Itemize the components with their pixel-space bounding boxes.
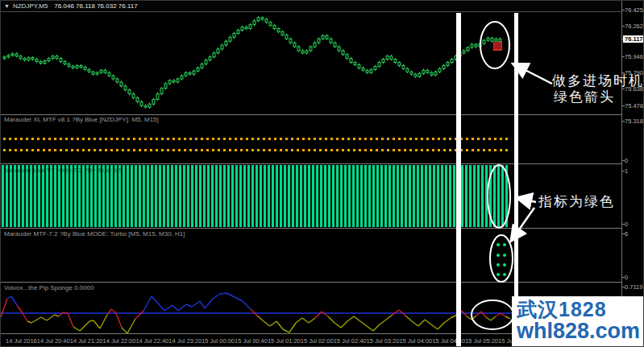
chart-title-bar[interactable]: ▼NZDJPY,M576.046 76.118 76.032 76.117	[1, 1, 621, 12]
chevron-down-icon[interactable]: ▼	[4, 3, 10, 9]
time-axis-label: 15 Jul 02:40	[334, 337, 367, 347]
mtf-green-dot	[497, 254, 500, 257]
time-axis-label: 14 Jul 23:20	[168, 337, 202, 347]
price-scale[interactable]: 76.42576.26275.94675.79075.63875.47875.3…	[621, 1, 644, 347]
mtf-green-dot	[497, 273, 500, 276]
marauder-histo-panel[interactable]	[1, 165, 509, 227]
mtf-green-dot	[503, 254, 506, 257]
oscillator-signal-ellipse	[472, 300, 513, 329]
price-scale-label: 0	[625, 274, 628, 281]
price-scale-label: 75.946	[625, 53, 643, 60]
time-axis-label: 14 Jul 20:40	[37, 337, 70, 347]
arrow-to-entry-ellipse	[514, 64, 552, 84]
price-chart-panel[interactable]	[1, 12, 621, 114]
vertical-line-right[interactable]	[514, 13, 518, 296]
mtf-green-dot	[497, 243, 500, 246]
marauder-xl-panel[interactable]	[1, 123, 621, 163]
price-scale-label: 76.425	[625, 6, 643, 14]
price-scale-label: 76.262	[625, 23, 643, 30]
indicator-label-histo: Marauder Live V7 Histo 7.2 ?By Blue: M5	[4, 167, 123, 174]
gold-dot-row-m5	[2, 137, 509, 141]
time-axis-label: 15 Jul 03:20	[367, 337, 400, 347]
price-scale-label: 0.7119	[625, 283, 642, 291]
price-scale-label: 75.478	[625, 102, 643, 109]
watermark-box: 武汉1828 whl828.com	[512, 296, 644, 347]
time-axis-label: 15 Jul 01:20	[268, 337, 301, 347]
time-axis-label: 15 Jul 04:00	[399, 337, 432, 347]
watermark-url: whl828.com	[517, 320, 644, 342]
current-price-label: 76.117	[623, 35, 644, 43]
indicator-label-volvox: Volvox...the Pip Sponge 0.0000	[4, 284, 94, 291]
gold-dot-row-m15	[2, 148, 509, 152]
annotation-indicator-green: 指标为绿色	[538, 192, 615, 211]
price-scale-label: 1	[625, 167, 628, 175]
panel-separator[interactable]	[1, 163, 644, 164]
panel-separator[interactable]	[1, 282, 644, 283]
time-axis-label: 14 Jul 2016	[6, 337, 37, 347]
mtf-green-dot	[497, 263, 500, 266]
time-axis-label: 14 Jul 22:40	[135, 337, 168, 347]
mtf-green-dot	[503, 263, 506, 266]
price-scale-label: 75.318	[625, 118, 643, 125]
mtf-green-dot	[503, 273, 506, 276]
vertical-line-left[interactable]	[456, 13, 461, 347]
arrow-to-histo-ellipse	[518, 198, 536, 202]
mtf-green-dot	[503, 243, 506, 246]
marauder-mtf-panel[interactable]	[1, 229, 621, 282]
ohlc-values: 76.046 76.118 76.032 76.117	[54, 2, 137, 10]
mt4-chart-window: ▼NZDJPY,M576.046 76.118 76.032 76.117 Ma…	[0, 0, 644, 347]
time-axis-label: 15 Jul 05:20	[465, 337, 498, 347]
watermark-name: 武汉1828	[517, 299, 644, 320]
symbol-timeframe-label: NZDJPY,M5	[13, 2, 48, 10]
time-axis-label: 14 Jul 21:20	[70, 337, 103, 347]
time-axis-label: 14 Jul 22:00	[103, 337, 136, 347]
indicator-label-marauder-xl: Marauder XL MTF v8.1 ?By Blue [NZDJPY]: …	[4, 116, 159, 123]
time-axis-label: 15 Jul 00:00	[202, 337, 235, 347]
price-scale-label: 0	[625, 157, 628, 164]
time-axis-label: 15 Jul 00:40	[235, 337, 268, 347]
price-scale-label: 6	[625, 230, 628, 238]
price-scale-label: 0	[625, 221, 628, 228]
time-axis-label: 15 Jul 02:00	[301, 337, 334, 347]
panel-separator[interactable]	[1, 114, 644, 115]
annotation-long-entry-line2: 绿色箭头	[554, 88, 615, 106]
red-entry-marker-icon	[493, 42, 502, 51]
